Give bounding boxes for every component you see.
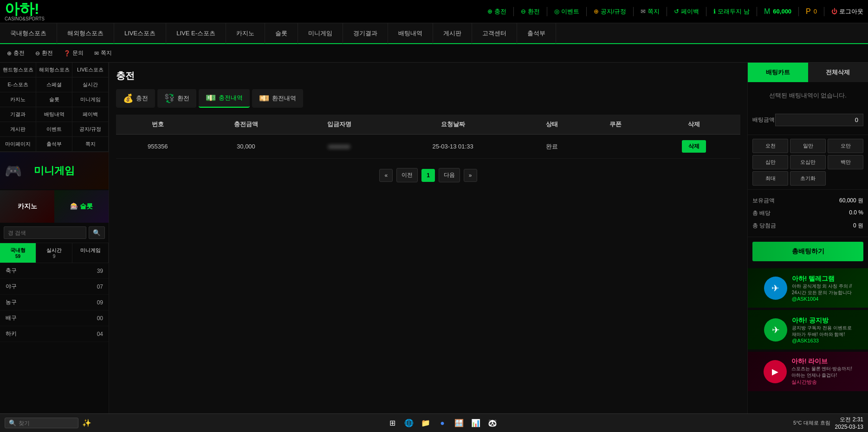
sidebar-item-realtime[interactable]: 실시간 — [72, 77, 109, 92]
page-prev[interactable]: 이전 — [396, 168, 418, 182]
tab-minigame[interactable]: 미니게임 — [72, 243, 109, 263]
sport-item-baseball[interactable]: 야구 07 — [0, 279, 109, 295]
exchange-action[interactable]: ⊖ 환전 — [521, 7, 540, 16]
nav-overseas-sports[interactable]: 해외형스포츠 — [57, 23, 114, 44]
sidebar-item-board[interactable]: 게시판 — [0, 122, 36, 137]
sport-item-basketball[interactable]: 농구 09 — [0, 295, 109, 310]
btn-100k[interactable]: 십만 — [752, 155, 788, 169]
btn-5k[interactable]: 오천 — [752, 139, 788, 153]
nav-betting-history[interactable]: 배팅내역 — [388, 23, 433, 44]
btn-500k[interactable]: 오십만 — [790, 155, 826, 169]
col-no: 번호 — [116, 115, 200, 135]
page-current[interactable]: 1 — [421, 169, 435, 182]
sidebar-item-minigame[interactable]: 미니게임 — [72, 92, 109, 107]
sidebar-item-live[interactable]: LIVE스포츠 — [72, 63, 109, 77]
bet-amount-input[interactable] — [775, 114, 863, 126]
nav-live-esports[interactable]: LIVE E-스포츠 — [166, 23, 226, 44]
search-button[interactable]: 🔍 — [89, 226, 105, 239]
page-first[interactable]: « — [379, 169, 393, 182]
taskbar-edge-icon[interactable]: 🌐 — [402, 417, 415, 430]
sidebar-banner-casino[interactable]: 카지노 — [0, 190, 54, 223]
taskbar-search-input[interactable] — [19, 420, 74, 426]
btn-10k[interactable]: 일만 — [790, 139, 826, 153]
nav-support[interactable]: 고객센터 — [472, 23, 517, 44]
nav-minigame[interactable]: 미니게임 — [298, 23, 343, 44]
nav-attendance[interactable]: 출석부 — [517, 23, 556, 44]
promo-live[interactable]: ▶ 아하! 라이브 스포츠는 물론 엔터·방송까지!아하는 언제나 즐겁다! 실… — [748, 352, 868, 391]
nav-results[interactable]: 경기결과 — [343, 23, 388, 44]
tab-bet-cart[interactable]: 배팅카트 — [748, 63, 808, 82]
sidebar-item-overseas[interactable]: 해외형스포츠 — [36, 63, 72, 77]
tab-realtime[interactable]: 실시간 9 — [36, 243, 72, 263]
row-no: 955356 — [116, 135, 200, 159]
sidebar-nav-grid: 핸드형스포츠 해외형스포츠 LIVE스포츠 E-스포츠 스페셜 실시간 카지노 … — [0, 63, 109, 152]
search-input[interactable] — [4, 226, 86, 239]
sec-message[interactable]: ✉ 쪽지 — [90, 47, 117, 59]
tab-exchange-history[interactable]: 💴 환전내역 — [252, 89, 303, 108]
sidebar-item-attendance[interactable]: 출석부 — [36, 137, 72, 152]
nav-casino[interactable]: 카지노 — [226, 23, 265, 44]
btn-1m[interactable]: 백만 — [828, 155, 863, 169]
taskbar-excel-icon[interactable]: 📊 — [469, 417, 482, 430]
promo-notice[interactable]: ✈ 아하! 공지방 공지방 구독자 전용 이벤트로재마가 두배! 아하와 함께!… — [748, 310, 868, 349]
page-last[interactable]: » — [464, 169, 477, 182]
nav-slot[interactable]: 슬롯 — [265, 23, 298, 44]
tab-domestic[interactable]: 국내형 59 — [0, 243, 36, 263]
taskbar-windows-icon[interactable]: ⊞ — [386, 417, 399, 430]
sidebar-banner-slot[interactable]: 🎰 슬롯 — [54, 190, 109, 223]
btn-max[interactable]: 최대 — [752, 171, 788, 186]
sidebar-item-events[interactable]: 이벤트 — [36, 122, 72, 137]
delete-button[interactable]: 삭제 — [682, 140, 706, 153]
event-action[interactable]: ◎ 이벤트 — [554, 7, 579, 16]
btn-reset[interactable]: 초기화 — [790, 171, 826, 186]
top-actions: ⊕ 충전 ⊖ 환전 ◎ 이벤트 ⊕ 공지/규정 ✉ 쪽지 ↺ 페이백 ℹ 모래두… — [487, 7, 863, 16]
sidebar-item-casino[interactable]: 카지노 — [0, 92, 36, 107]
page-next[interactable]: 다음 — [439, 168, 460, 182]
sec-exchange[interactable]: ⊖ 환전 — [31, 47, 58, 59]
col-status: 상태 — [520, 115, 583, 135]
table-row: 955356 30,000 ●●●●●● 25-03-13 01:33 완료 삭… — [116, 135, 740, 159]
charge-history-icon: 💵 — [206, 93, 216, 103]
sidebar-item-betting[interactable]: 배팅내역 — [36, 107, 72, 122]
sidebar-item-notice[interactable]: 공지/규정 — [72, 122, 109, 137]
sec-charge[interactable]: ⊕ 충전 — [2, 47, 29, 59]
taskbar-chrome-icon[interactable]: ● — [436, 417, 449, 430]
sidebar-item-esports[interactable]: E-스포츠 — [0, 77, 36, 92]
pagination: « 이전 1 다음 » — [116, 168, 740, 182]
logout-button[interactable]: ⏻ 로그아웃 — [831, 7, 863, 16]
notice-action[interactable]: ⊕ 공지/규정 — [594, 7, 627, 16]
sidebar-item-payback[interactable]: 페이백 — [72, 107, 109, 122]
sidebar-item-special[interactable]: 스페셜 — [36, 77, 72, 92]
sport-item-hockey[interactable]: 하키 04 — [0, 326, 109, 342]
taskbar-store-icon[interactable]: 🪟 — [453, 417, 466, 430]
empty-cart-message: 선택된 배팅내역이 없습니다. — [748, 82, 868, 109]
points-display: P 0 — [806, 7, 817, 16]
charge-action[interactable]: ⊕ 충전 — [487, 7, 506, 16]
taskbar-file-icon[interactable]: 📁 — [419, 417, 432, 430]
nav-domestic-sports[interactable]: 국내형스포츠 — [0, 23, 57, 44]
tab-charge-history[interactable]: 💵 충전내역 — [199, 89, 250, 108]
sidebar-item-messages[interactable]: 쪽지 — [72, 137, 109, 152]
sidebar-banner-minigame[interactable]: 미니게임 🎮 — [0, 152, 109, 189]
tab-exchange[interactable]: 💱 환전 — [157, 89, 196, 108]
sidebar: 핸드형스포츠 해외형스포츠 LIVE스포츠 E-스포츠 스페셜 실시간 카지노 … — [0, 63, 109, 432]
bet-submit-button[interactable]: 총배팅하기 — [752, 242, 863, 261]
bet-cart-tabs: 배팅카트 전체삭제 — [748, 63, 868, 82]
sport-item-soccer[interactable]: 축구 39 — [0, 263, 109, 279]
sidebar-item-domestic[interactable]: 핸드형스포츠 — [0, 63, 36, 77]
btn-50k[interactable]: 오만 — [828, 139, 863, 153]
tab-clear-all[interactable]: 전체삭제 — [808, 63, 868, 82]
promo-telegram[interactable]: ✈ 아하! 텔레그램 아하 공식계정 외 사칭 주의 //24시간 모든 문의 … — [748, 268, 868, 308]
sidebar-item-results[interactable]: 기결과 — [0, 107, 36, 122]
sidebar-item-slot[interactable]: 슬롯 — [36, 92, 72, 107]
payback-action[interactable]: ↺ 페이백 — [674, 7, 699, 16]
nav-live-sports[interactable]: LIVE스포츠 — [114, 23, 166, 44]
sport-item-volleyball[interactable]: 배구 00 — [0, 310, 109, 326]
tab-charge[interactable]: 💰 충전 — [116, 89, 155, 108]
sandglass-action[interactable]: ℹ 모래두지 남 — [713, 7, 750, 16]
taskbar-app-icon[interactable]: 🐼 — [486, 417, 499, 430]
sidebar-item-mypage[interactable]: 마이페이지 — [0, 137, 36, 152]
message-action[interactable]: ✉ 쪽지 — [641, 7, 660, 16]
nav-board[interactable]: 게시판 — [433, 23, 472, 44]
sec-inquiry[interactable]: ❓ 문의 — [59, 47, 88, 59]
